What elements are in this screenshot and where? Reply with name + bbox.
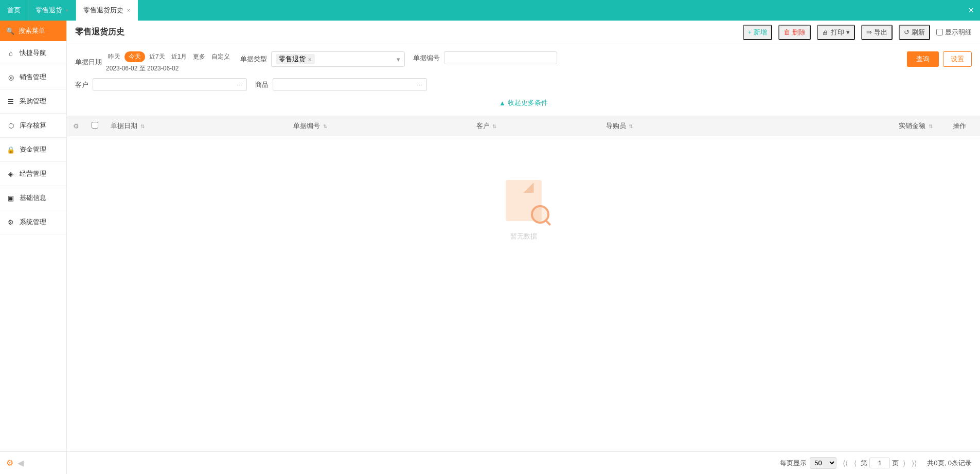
delete-button[interactable]: 🗑 删除 <box>778 25 811 40</box>
guide-col-header: 导购员 ⇅ <box>600 116 756 136</box>
sidebar-search[interactable]: 🔍 搜索菜单 <box>0 21 66 41</box>
table-header-row: ⚙ 单据日期 ⇅ 单据编号 ⇅ <box>67 116 980 136</box>
print-button[interactable]: 🖨 打印 ▾ <box>817 25 855 40</box>
sidebar-item-label: 基础信息 <box>20 193 46 203</box>
sidebar-item-basic-info[interactable]: ▣ 基础信息 <box>0 186 66 210</box>
settings-col-header: ⚙ <box>67 116 85 136</box>
next-page-button[interactable]: ⟩ <box>901 458 907 468</box>
empty-magnifier <box>531 205 549 224</box>
sidebar-item-inventory[interactable]: ⬡ 库存核算 <box>0 114 66 138</box>
new-button[interactable]: + 新增 <box>743 25 772 40</box>
top-bar: 首页 零售退货 × 零售退货历史 × × <box>0 0 980 21</box>
tab-retail-return[interactable]: 零售退货 × <box>28 0 76 21</box>
doc-no-input[interactable] <box>444 51 557 64</box>
doc-no-col-header: 单据编号 ⇅ <box>287 116 470 136</box>
sales-icon: ◎ <box>6 72 15 82</box>
collapse-filter-button[interactable]: ▲ 收起更多条件 <box>493 96 554 110</box>
customer-sort-icon[interactable]: ⇅ <box>492 123 496 129</box>
main-layout: 🔍 搜索菜单 ⌂ 快捷导航 ◎ 销售管理 ☰ 采购管理 ⬡ 库存核算 🔒 资金管… <box>0 21 980 474</box>
doc-date-sort-icon[interactable]: ⇅ <box>140 123 145 129</box>
window-close-button[interactable]: × <box>968 5 974 16</box>
doc-date-col-header: 单据日期 ⇅ <box>104 116 287 136</box>
amount-sort-icon[interactable]: ⇅ <box>929 123 933 129</box>
date-filter-group: 单据日期 昨天 今天 近7天 近1月 更多 自定义 2023-06-02 至 2… <box>75 51 232 73</box>
page-label: 第 <box>861 459 867 468</box>
doc-type-dropdown-icon: ▾ <box>397 56 400 63</box>
doc-type-select[interactable]: 零售退货 × ▾ <box>271 51 405 67</box>
sidebar-item-label: 快捷导航 <box>20 48 46 58</box>
delete-icon: 🗑 <box>783 28 790 36</box>
sidebar-item-purchase[interactable]: ☰ 采购管理 <box>0 89 66 114</box>
sidebar-item-label: 销售管理 <box>20 72 46 82</box>
sidebar-bottom: ⚙ ◀ <box>0 451 66 474</box>
sidebar: 🔍 搜索菜单 ⌂ 快捷导航 ◎ 销售管理 ☰ 采购管理 ⬡ 库存核算 🔒 资金管… <box>0 21 67 474</box>
sidebar-item-label: 资金管理 <box>20 145 46 154</box>
page-unit: 页 <box>892 459 899 468</box>
sidebar-item-operations[interactable]: ◈ 经营管理 <box>0 162 66 186</box>
customer-input-container[interactable]: ··· <box>93 78 247 91</box>
sidebar-item-sales[interactable]: ◎ 销售管理 <box>0 65 66 89</box>
tab-retail-return-history[interactable]: 零售退货历史 × <box>76 0 137 21</box>
goods-label: 商品 <box>255 80 269 89</box>
customer-picker-icon[interactable]: ··· <box>237 81 242 88</box>
empty-paper-fold <box>524 183 534 193</box>
table-area: ⚙ 单据日期 ⇅ 单据编号 ⇅ <box>67 116 980 451</box>
checkbox-col-header <box>85 116 104 136</box>
first-page-button[interactable]: ⟨⟨ <box>841 458 850 468</box>
doc-no-sort-icon[interactable]: ⇅ <box>323 123 327 129</box>
goods-picker-icon[interactable]: ··· <box>417 81 422 88</box>
goods-input[interactable] <box>277 81 417 88</box>
sidebar-item-system[interactable]: ⚙ 系统管理 <box>0 210 66 234</box>
sidebar-search-label: 搜索菜单 <box>19 26 45 35</box>
content-area: 零售退货历史 + 新增 🗑 删除 🖨 打印 ▾ ⇒ 导出 ↺ <box>67 21 980 474</box>
sidebar-item-label: 库存核算 <box>20 121 46 130</box>
page-number-input[interactable] <box>869 458 890 468</box>
settings-button[interactable]: 设置 <box>943 51 972 67</box>
per-page-label: 每页显示 <box>780 459 807 468</box>
tab-retail-return-history-close[interactable]: × <box>127 7 130 13</box>
print-dropdown-icon: ▾ <box>846 28 850 36</box>
customer-input[interactable] <box>97 81 237 88</box>
sidebar-item-quick-nav[interactable]: ⌂ 快捷导航 <box>0 41 66 65</box>
doc-type-tag-remove[interactable]: × <box>308 56 312 63</box>
empty-magnifier-handle <box>544 220 551 226</box>
guide-sort-icon[interactable]: ⇅ <box>629 123 633 129</box>
operations-icon: ◈ <box>6 169 15 178</box>
query-button[interactable]: 查询 <box>907 51 939 67</box>
show-detail-checkbox[interactable] <box>936 29 943 35</box>
export-button[interactable]: ⇒ 导出 <box>861 25 893 40</box>
gear-icon[interactable]: ⚙ <box>6 458 13 468</box>
table-settings-icon[interactable]: ⚙ <box>73 122 79 130</box>
tab-retail-return-close[interactable]: × <box>65 7 68 13</box>
customer-col-header: 客户 ⇅ <box>470 116 600 136</box>
refresh-button[interactable]: ↺ 刷新 <box>899 25 930 40</box>
goods-input-container[interactable]: ··· <box>273 78 427 91</box>
date-tab-today[interactable]: 今天 <box>124 51 145 62</box>
tab-home[interactable]: 首页 <box>0 0 28 21</box>
show-detail-checkbox-label[interactable]: 显示明细 <box>936 28 972 37</box>
prev-page-button[interactable]: ⟨ <box>852 458 859 468</box>
total-info: 共0页, 0条记录 <box>927 459 972 468</box>
sidebar-item-label: 经营管理 <box>20 169 46 178</box>
last-page-button[interactable]: ⟩⟩ <box>910 458 919 468</box>
customer-filter-group: 客户 ··· <box>75 78 247 91</box>
filter-row-1: 单据日期 昨天 今天 近7天 近1月 更多 自定义 2023-06-02 至 2… <box>75 51 972 73</box>
sidebar-item-label: 采购管理 <box>20 97 46 106</box>
doc-type-label: 单据类型 <box>240 54 267 64</box>
goods-filter-group: 商品 ··· <box>255 78 427 91</box>
empty-icon <box>498 177 549 224</box>
date-tab-more[interactable]: 更多 <box>191 51 207 62</box>
actions-col-header: 操作 <box>939 116 980 136</box>
date-tab-1month[interactable]: 近1月 <box>169 51 189 62</box>
system-icon: ⚙ <box>6 217 15 227</box>
sidebar-item-finance[interactable]: 🔒 资金管理 <box>0 138 66 162</box>
filter-area: 单据日期 昨天 今天 近7天 近1月 更多 自定义 2023-06-02 至 2… <box>67 44 980 116</box>
volume-icon[interactable]: ◀ <box>17 458 24 468</box>
date-tab-7days[interactable]: 近7天 <box>147 51 167 62</box>
doc-no-filter-group: 单据编号 <box>413 51 557 64</box>
doc-type-tag: 零售退货 × <box>276 54 315 64</box>
per-page-select[interactable]: 10 20 50 100 <box>810 457 836 469</box>
date-tab-yesterday[interactable]: 昨天 <box>106 51 122 62</box>
select-all-checkbox[interactable] <box>92 122 98 129</box>
date-tab-custom[interactable]: 自定义 <box>209 51 232 62</box>
